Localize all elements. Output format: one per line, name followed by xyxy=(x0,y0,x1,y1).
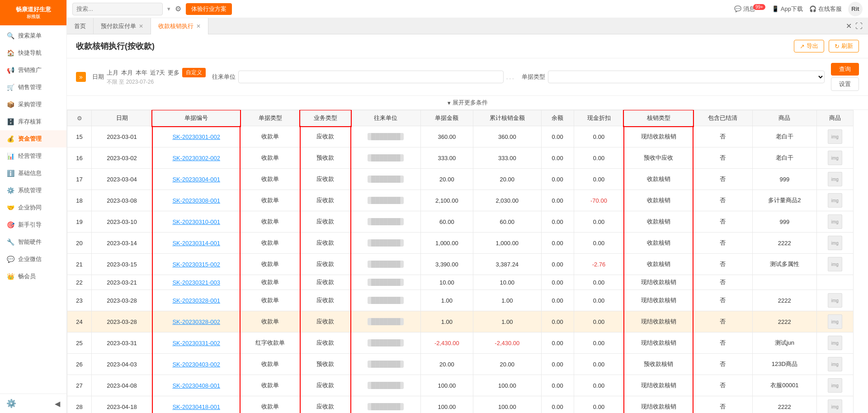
sidebar-item-sales[interactable]: 🛒 销售管理 xyxy=(0,79,66,96)
col-header-gear[interactable]: ⚙ xyxy=(67,110,92,126)
tab-close-all-icon[interactable]: ✕ xyxy=(846,22,852,30)
sidebar-item-inventory[interactable]: 🗄️ 库存核算 xyxy=(0,113,66,130)
voucher-no-link[interactable]: SK-20230408-001 xyxy=(172,382,220,389)
goods-thumbnail: img xyxy=(828,172,842,186)
filter-settings-button[interactable]: 设置 xyxy=(831,77,859,91)
cell-voucher-type: 收款单 xyxy=(240,233,300,254)
cell-no: 23 xyxy=(67,290,92,311)
sidebar-item-guide[interactable]: 🎯 新手引导 xyxy=(0,216,66,233)
sidebar-item-system[interactable]: ⚙️ 系统管理 xyxy=(0,182,66,199)
collapse-icon[interactable]: ◀ xyxy=(55,399,60,408)
cell-cash-discount: -70.00 xyxy=(574,190,624,211)
voucher-no-link[interactable]: SK-20230328-002 xyxy=(172,318,220,325)
voucher-no-link[interactable]: SK-20230301-002 xyxy=(172,133,220,140)
query-button[interactable]: 查询 xyxy=(831,63,859,76)
search-input[interactable] xyxy=(72,3,163,15)
tab-home[interactable]: 首页 xyxy=(67,18,94,34)
cell-no: 15 xyxy=(67,126,92,147)
sidebar-item-finance[interactable]: 💰 资金管理 xyxy=(0,130,66,147)
sidebar-item-operations[interactable]: 📊 经营管理 xyxy=(0,147,66,165)
sidebar-label-system: 系统管理 xyxy=(18,186,42,195)
cell-partner: ███████ xyxy=(351,126,421,147)
voucher-no-link[interactable]: SK-20230321-003 xyxy=(172,279,220,286)
sidebar-item-marketing[interactable]: 📢 营销推广 xyxy=(0,62,66,79)
cell-goods: 2222 xyxy=(752,311,816,332)
sidebar-item-vip[interactable]: 👑 畅会员 xyxy=(0,268,66,285)
cell-goods-image: img xyxy=(816,126,853,147)
voucher-no-link[interactable]: SK-20230308-001 xyxy=(172,197,220,204)
cell-voucher-type: 收款单 xyxy=(240,375,300,396)
tab-close-receipt-verify[interactable]: ✕ xyxy=(196,23,201,29)
tab-close-prepayment[interactable]: ✕ xyxy=(139,23,143,29)
cell-cumulative: 333.00 xyxy=(473,147,541,169)
user-avatar: Rit xyxy=(851,5,859,12)
filter-custom-button[interactable]: 自定义 xyxy=(182,68,206,77)
message-icon: 💬 xyxy=(734,5,741,12)
voucher-no-link[interactable]: SK-20230314-001 xyxy=(172,240,220,247)
sidebar-item-purchase[interactable]: 📦 采购管理 xyxy=(0,96,66,113)
cell-cash-discount: 0.00 xyxy=(574,290,624,311)
filter-more[interactable]: 更多 xyxy=(168,69,179,77)
sidebar-item-quicknav[interactable]: 🏠 快捷导航 xyxy=(0,44,66,62)
cell-no: 25 xyxy=(67,332,92,354)
cell-goods-image: img xyxy=(816,190,853,211)
tab-expand-icon[interactable]: ⛶ xyxy=(855,22,863,30)
voucher-no-link[interactable]: SK-20230331-002 xyxy=(172,340,220,347)
refresh-button[interactable]: ↻ 刷新 xyxy=(829,40,859,52)
tab-receipt-verify[interactable]: 收款核销执行✕ xyxy=(151,18,208,34)
filter-last7[interactable]: 近7天 xyxy=(150,69,165,77)
voucher-no-link[interactable]: SK-20230310-001 xyxy=(172,218,220,225)
table-container[interactable]: ⚙日期单据编号单据类型业务类型往来单位单据金额累计核销金额余额现金折扣核销类型包… xyxy=(67,110,868,413)
search-chevron-icon[interactable]: ▾ xyxy=(167,5,170,12)
sidebar-item-search[interactable]: 🔍 搜索菜单 xyxy=(0,27,66,44)
cell-include-settled: 否 xyxy=(693,311,752,332)
sidebar-item-enterprise[interactable]: 🤝 企业协同 xyxy=(0,199,66,216)
inventory-icon: 🗄️ xyxy=(6,118,14,126)
cell-no: 18 xyxy=(67,190,92,211)
goods-thumbnail: img xyxy=(828,293,842,308)
filter-date-group: 日期 上月 本月 本年 近7天 更多 自定义 不限 至 2023-07-26 xyxy=(92,68,206,86)
partner-input[interactable] xyxy=(238,71,504,83)
operations-icon: 📊 xyxy=(6,152,14,160)
cell-amount: 100.00 xyxy=(420,396,473,413)
voucher-no-link[interactable]: SK-20230315-002 xyxy=(172,261,220,268)
voucher-no-link[interactable]: SK-20230403-002 xyxy=(172,361,220,368)
cell-cash-discount: 0.00 xyxy=(574,275,624,290)
sidebar-item-basic[interactable]: ℹ️ 基础信息 xyxy=(0,165,66,182)
voucher-type-select[interactable] xyxy=(548,71,825,83)
user-avatar-item[interactable]: Rit xyxy=(848,2,863,16)
filter-expand[interactable]: ▾ 展开更多条件 xyxy=(67,96,868,110)
industry-btn[interactable]: 体验行业方案 xyxy=(186,3,232,15)
cell-no: 26 xyxy=(67,354,92,375)
sidebar-item-wechat[interactable]: 💬 企业微信 xyxy=(0,251,66,268)
sidebar-item-hardware[interactable]: 🔧 智能硬件 xyxy=(0,233,66,251)
tab-prepayment[interactable]: 预付款应付单✕ xyxy=(94,18,151,34)
table-row: 222023-03-21SK-20230321-003收款单应收款███████… xyxy=(67,275,868,290)
app-name: 畅康道好生意 xyxy=(16,5,51,14)
cell-goods-image: img xyxy=(816,211,853,233)
partner-dots[interactable]: ... xyxy=(506,74,515,81)
export-button[interactable]: ↗ 导出 xyxy=(794,40,824,52)
filter-last-month[interactable]: 上月 xyxy=(107,69,118,77)
app-download-item[interactable]: 📱 App下载 xyxy=(772,5,803,13)
voucher-no-link[interactable]: SK-20230418-001 xyxy=(172,404,220,410)
cell-goods-image: img xyxy=(816,311,853,332)
topbar: ▾ ⚙ 体验行业方案 💬 消息 99+ 📱 App下载 🎧 在线客服 Rit xyxy=(67,0,868,18)
voucher-no-link[interactable]: SK-20230302-002 xyxy=(172,155,220,161)
cell-cash-discount: 0.00 xyxy=(574,311,624,332)
filter-this-month[interactable]: 本月 xyxy=(121,69,133,77)
cell-cumulative: 3,387.24 xyxy=(473,254,541,275)
settings-icon[interactable]: ⚙️ xyxy=(6,399,16,408)
partner-blurred: ███████ xyxy=(368,403,404,410)
cell-no: 20 xyxy=(67,233,92,254)
filter-toggle-button[interactable]: » xyxy=(76,72,86,82)
marketing-icon: 📢 xyxy=(6,66,14,74)
messages-item[interactable]: 💬 消息 99+ xyxy=(734,5,765,13)
voucher-no-link[interactable]: SK-20230328-001 xyxy=(172,297,220,304)
voucher-no-link[interactable]: SK-20230304-001 xyxy=(172,176,220,183)
cell-goods: 测试多属性 xyxy=(752,254,816,275)
online-service-item[interactable]: 🎧 在线客服 xyxy=(809,5,842,13)
settings-gear-icon[interactable]: ⚙ xyxy=(175,5,181,13)
filter-this-year[interactable]: 本年 xyxy=(136,69,147,77)
tabs-bar: 首页预付款应付单✕收款核销执行✕ ✕ ⛶ xyxy=(67,18,868,34)
